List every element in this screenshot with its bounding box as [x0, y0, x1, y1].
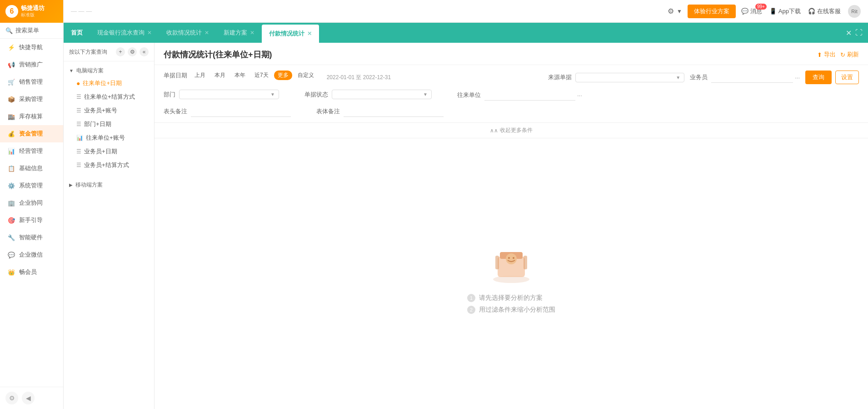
sidebar-item-member[interactable]: 👑 畅会员	[0, 263, 63, 281]
sidebar-item-system[interactable]: ⚙️ 系统管理	[0, 177, 63, 194]
table-body-note-label: 表体备注	[316, 107, 340, 116]
app-download-btn[interactable]: 📱 App下载	[769, 7, 801, 15]
plan-icon: ☰	[76, 94, 81, 100]
sidebar-item-inventory[interactable]: 🏬 库存核算	[0, 108, 63, 125]
salesperson-more-icon[interactable]: ···	[795, 74, 800, 81]
refresh-icon: ↻	[840, 51, 845, 58]
plan-salesperson-settlement[interactable]: ☰ 业务员+结算方式	[64, 158, 154, 172]
message-btn[interactable]: 💬 消息 99+	[741, 7, 762, 15]
collapse-sidebar-btn[interactable]: ◀	[22, 392, 35, 404]
plan-counterparty-date[interactable]: ● 往来单位+日期	[64, 76, 154, 90]
sidebar-item-label: 基础信息	[19, 164, 43, 172]
sidebar-item-purchase[interactable]: 📦 采购管理	[0, 91, 63, 108]
sidebar-item-wechat[interactable]: 💬 企业微信	[0, 246, 63, 263]
add-plan-btn[interactable]: +	[116, 47, 125, 56]
user-avatar[interactable]: Rit	[848, 5, 861, 18]
plan-salesperson-account[interactable]: ☰ 业务员+账号	[64, 104, 154, 117]
dropdown-icon[interactable]: ▼	[677, 8, 682, 15]
tab-cash-flow-label: 现金银行流水查询	[97, 29, 145, 37]
voucher-status-select[interactable]: ▼	[332, 90, 432, 99]
source-filter: 来源单据 ▼	[548, 73, 684, 82]
dept-select-arrow: ▼	[270, 92, 275, 97]
app-label: App下载	[778, 7, 801, 15]
collapse-label: 收起更多条件	[500, 126, 533, 134]
plan-label: 业务员+日期	[84, 147, 117, 156]
mobile-plans-group[interactable]: ▶ 移动端方案	[64, 179, 154, 191]
tab-expand-icon[interactable]: ⛶	[855, 29, 863, 37]
export-btn[interactable]: ⬆ 导出	[817, 50, 836, 59]
date-option-this-month[interactable]: 本月	[211, 71, 229, 80]
date-option-this-year[interactable]: 本年	[231, 71, 249, 80]
tab-receipt-stats-close[interactable]: ✕	[205, 30, 209, 36]
tab-receipt-stats[interactable]: 收款情况统计 ✕	[159, 23, 216, 43]
collapse-panel-btn[interactable]: «	[140, 47, 149, 56]
sidebar-item-guide[interactable]: 🎯 新手引导	[0, 212, 63, 229]
date-label: 单据日期	[164, 71, 187, 80]
empty-hint-2: 2 用过滤条件来缩小分析范围	[467, 306, 555, 314]
plan-dept-date[interactable]: ☰ 部门+日期	[64, 117, 154, 131]
setting-btn[interactable]: 设置	[835, 71, 859, 84]
logo-icon: 6	[5, 5, 18, 18]
sidebar-header: 6 畅捷通坊 标准版	[0, 0, 63, 23]
source-select[interactable]: ▼	[575, 73, 684, 82]
sidebar-item-sales[interactable]: 🛒 销售管理	[0, 73, 63, 91]
plan-counterparty-account[interactable]: 📊 往来单位+账号	[64, 131, 154, 145]
plan-settings-btn[interactable]: ⚙	[128, 47, 137, 56]
sidebar-item-finance[interactable]: 💰 资金管理	[0, 125, 63, 142]
side-panel-header-actions: + ⚙ «	[116, 47, 149, 56]
plan-label: 往来单位+账号	[86, 134, 125, 142]
tab-close-all-icon[interactable]: ✕	[846, 29, 852, 37]
service-btn[interactable]: 🎧 在线客服	[808, 7, 841, 15]
plan-counterparty-settlement[interactable]: ☰ 往来单位+结算方式	[64, 90, 154, 104]
date-option-more[interactable]: 更多	[274, 71, 292, 80]
empty-state: 1 请先选择要分析的方案 2 用过滤条件来缩小分析范围	[155, 138, 868, 409]
tab-payment-stats-close[interactable]: ✕	[307, 30, 312, 37]
table-header-note-input[interactable]	[191, 106, 291, 117]
dept-select[interactable]: ▼	[179, 90, 279, 99]
search-menu[interactable]: 🔍 搜索菜单	[0, 23, 63, 39]
tab-new-plan-close[interactable]: ✕	[250, 30, 254, 36]
sidebar-item-operation[interactable]: 📊 经营管理	[0, 142, 63, 160]
sidebar-item-quick-nav[interactable]: ⚡ 快捷导航	[0, 39, 63, 56]
sidebar-item-enterprise[interactable]: 🏢 企业协同	[0, 194, 63, 212]
mobile-plans-section: ▶ 移动端方案	[64, 176, 154, 194]
sidebar-item-label: 资金管理	[19, 130, 43, 138]
tab-home[interactable]: 首页	[64, 23, 90, 43]
collapse-more-btn[interactable]: ∧∧ 收起更多条件	[155, 123, 868, 138]
sidebar-item-base-info[interactable]: 📋 基础信息	[0, 160, 63, 177]
page-title: 付款情况统计(往来单位+日期)	[164, 49, 272, 60]
plan-label: 往来单位+日期	[83, 79, 122, 87]
refresh-btn[interactable]: ↻ 刷新	[840, 50, 859, 59]
message-icon: 💬	[741, 8, 748, 15]
voucher-status-label: 单据状态	[304, 91, 328, 99]
tab-new-plan[interactable]: 新建方案 ✕	[216, 23, 262, 43]
main-area: — — — ⚙ ▼ 体验行业方案 💬 消息 99+ 📱 App下载 🎧 在线客服…	[64, 0, 868, 409]
hint-text-1: 请先选择要分析的方案	[479, 294, 543, 302]
plan-salesperson-date[interactable]: ☰ 业务员+日期	[64, 145, 154, 158]
tab-payment-stats[interactable]: 付款情况统计 ✕	[262, 25, 319, 43]
query-btn[interactable]: 查询	[805, 71, 832, 84]
page-body: 按以下方案查询 + ⚙ « ▼ 电脑端方案 ● 往来单位+日期 ☰	[64, 43, 868, 409]
tab-cash-flow[interactable]: 现金银行流水查询 ✕	[90, 23, 159, 43]
sidebar-item-marketing[interactable]: 📢 营销推广	[0, 56, 63, 73]
refresh-label: 刷新	[847, 50, 859, 59]
date-option-last-month[interactable]: 上月	[191, 71, 209, 80]
base-info-icon: 📋	[7, 164, 15, 172]
pc-plans-group[interactable]: ▼ 电脑端方案	[64, 65, 154, 76]
sidebar-subtitle: 标准版	[21, 12, 45, 18]
table-body-note-input[interactable]	[344, 106, 444, 117]
sidebar-item-label: 企业协同	[19, 199, 43, 207]
guide-icon: 🎯	[7, 216, 15, 224]
date-option-custom[interactable]: 自定义	[294, 71, 318, 80]
trial-btn[interactable]: 体验行业方案	[688, 5, 736, 18]
salesperson-input[interactable]	[711, 72, 793, 83]
counterparty-input[interactable]	[484, 90, 575, 101]
settings-gear-icon[interactable]: ⚙	[668, 7, 674, 15]
settings-btn[interactable]: ⚙	[5, 392, 18, 404]
date-option-7days[interactable]: 近7天	[251, 71, 272, 80]
tab-cash-flow-close[interactable]: ✕	[147, 30, 152, 36]
salesperson-label: 业务员	[690, 73, 708, 81]
counterparty-more-icon[interactable]: ···	[577, 92, 582, 99]
source-label: 来源单据	[548, 73, 572, 81]
sidebar-item-hardware[interactable]: 🔧 智能硬件	[0, 229, 63, 246]
